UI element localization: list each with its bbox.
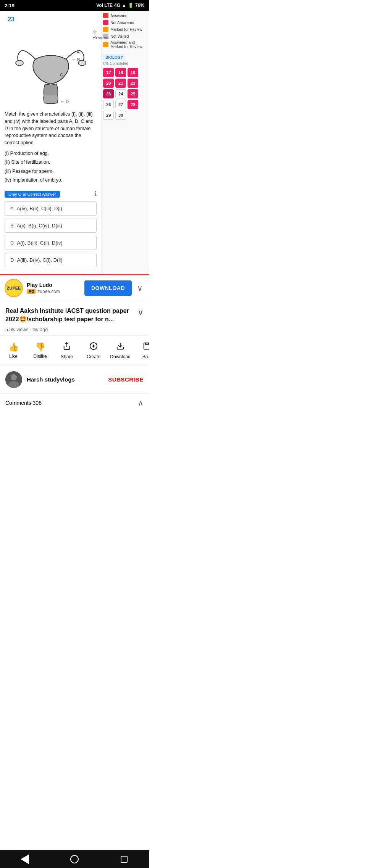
comments-row[interactable]: Comments 308 ∧ xyxy=(0,394,149,412)
ad-title: Play Ludo xyxy=(27,282,81,288)
num-29[interactable]: 29 xyxy=(103,111,114,120)
num-25[interactable]: 25 xyxy=(128,89,138,98)
video-separator: · xyxy=(30,327,32,332)
legend-marked: Marked for Review xyxy=(103,27,147,32)
option-b-text: A(ii), B(i), C(iv), D(iii) xyxy=(17,223,62,229)
legend-not-answered: Not Answered xyxy=(103,20,147,25)
subscribe-button[interactable]: SUBSCRIBE xyxy=(108,376,144,383)
status-legend: Answered Not Answered Marked for Review … xyxy=(103,13,147,49)
video-views: 5.6K views xyxy=(5,327,28,332)
dislike-button[interactable]: 👎 Dislike xyxy=(27,340,53,361)
create-icon xyxy=(89,342,98,353)
option-d[interactable]: D A(iii), B(iv), C(i), D(ii) xyxy=(5,253,97,267)
save-label: Sa... xyxy=(142,354,149,359)
answer-tag: Only One Correct Answer xyxy=(5,191,60,198)
option-a-text: A(iv), B(ii), C(iii), D(i) xyxy=(17,206,62,211)
option-d-label: D xyxy=(10,257,14,263)
like-button[interactable]: 👍 Like xyxy=(0,340,27,361)
status-bar: 2:19 Vol LTE 4G ▲ 🔋 76% xyxy=(0,0,149,11)
legend-not-answered-text: Not Answered xyxy=(110,21,134,25)
legend-answered: Answered xyxy=(103,13,147,18)
signal-icon: 4G xyxy=(114,3,120,8)
options-list: A A(iv), B(ii), C(iii), D(i) B A(ii), B(… xyxy=(5,201,97,267)
anatomy-diagram: ← A ← B ← C ← D xyxy=(5,27,97,107)
svg-point-13 xyxy=(11,374,17,380)
question-text: Match the given characteristics (i), (ii… xyxy=(5,111,97,147)
num-20[interactable]: 20 xyxy=(103,79,114,88)
download-action-button[interactable]: Download xyxy=(107,340,134,362)
number-grid: 17 18 19 20 21 22 23 24 25 26 27 28 29 3… xyxy=(103,68,147,120)
video-title-row: Real Aaksh Institute iACST question pape… xyxy=(5,307,144,324)
signal-bars: ▲ xyxy=(122,3,126,8)
ad-subtitle: Ad zupee.com xyxy=(27,289,81,294)
like-icon: 👍 xyxy=(8,342,19,352)
question-items: (i) Production of egg. (ii) Site of fert… xyxy=(5,150,97,184)
svg-text:← A: ← A xyxy=(72,50,80,54)
num-17[interactable]: 17 xyxy=(103,68,114,77)
share-button[interactable]: Share xyxy=(53,340,80,362)
save-button[interactable]: Sa... xyxy=(134,340,149,362)
right-panel: Answered Not Answered Marked for Review … xyxy=(101,11,149,274)
download-button[interactable]: DOWNLOAD xyxy=(84,280,132,296)
num-23[interactable]: 23 xyxy=(103,89,114,98)
back-button[interactable] xyxy=(16,854,33,865)
svg-text:← B: ← B xyxy=(72,57,80,62)
option-c-label: C xyxy=(10,240,14,246)
option-d-text: A(iii), B(iv), C(i), D(ii) xyxy=(17,257,62,263)
num-28[interactable]: 28 xyxy=(128,100,138,109)
num-26[interactable]: 26 xyxy=(103,100,114,109)
question-item-1: (i) Production of egg. xyxy=(5,150,97,157)
video-info: Real Aaksh Institute iACST question pape… xyxy=(0,301,149,336)
legend-answered-marked-text: Answered and Marked for Review xyxy=(110,40,147,49)
share-label: Share xyxy=(61,354,73,359)
option-b-label: B xyxy=(10,223,14,229)
like-label: Like xyxy=(9,354,18,359)
video-time-ago: 4w ago xyxy=(32,327,48,332)
ad-logo: ZUPEE xyxy=(5,279,23,297)
recents-button[interactable] xyxy=(116,854,132,865)
video-collapse-button[interactable]: ∨ xyxy=(137,308,144,317)
question-item-2: (ii) Site of fertilization. xyxy=(5,159,97,166)
dot-answered xyxy=(103,13,108,18)
video-meta: 5.6K views · 4w ago xyxy=(5,327,144,332)
question-item-3: (iii) Passage for sperm. xyxy=(5,168,97,175)
option-a[interactable]: A A(iv), B(ii), C(iii), D(i) xyxy=(5,201,97,216)
bottom-nav xyxy=(0,850,149,868)
dot-answered-marked xyxy=(103,42,108,47)
num-19[interactable]: 19 xyxy=(128,68,138,77)
legend-answered-text: Answered xyxy=(110,14,127,18)
recents-icon xyxy=(121,856,128,863)
completed-text: 0% Completed xyxy=(103,61,147,66)
ad-tag: Ad xyxy=(27,289,36,294)
legend-not-visited: Not Visited xyxy=(103,34,147,39)
dislike-label: Dislike xyxy=(33,354,47,359)
home-button[interactable] xyxy=(66,854,83,865)
status-icons: Vol LTE 4G ▲ 🔋 76% xyxy=(96,3,144,8)
back-icon xyxy=(21,854,29,864)
num-24[interactable]: 24 xyxy=(115,89,126,98)
num-27[interactable]: 27 xyxy=(115,100,126,109)
num-22[interactable]: 22 xyxy=(128,79,138,88)
comments-chevron-button[interactable]: ∧ xyxy=(138,398,144,407)
num-30[interactable]: 30 xyxy=(115,111,126,120)
option-a-label: A xyxy=(10,206,14,211)
ad-chevron-button[interactable]: ∨ xyxy=(136,283,144,293)
ad-info: Play Ludo Ad zupee.com xyxy=(27,282,81,294)
num-21[interactable]: 21 xyxy=(115,79,126,88)
dislike-icon: 👎 xyxy=(35,342,45,352)
answer-tag-row: Only One Correct Answer ℹ xyxy=(5,186,97,201)
network-icon: Vol LTE xyxy=(96,3,113,8)
ad-banner: ZUPEE Play Ludo Ad zupee.com DOWNLOAD ∨ xyxy=(0,275,149,301)
option-b[interactable]: B A(ii), B(i), C(iv), D(iii) xyxy=(5,219,97,233)
create-button[interactable]: Create xyxy=(80,340,107,362)
section-label: BIOLOGY xyxy=(103,54,125,61)
reproductive-system-svg: ← A ← B ← C ← D xyxy=(13,29,89,105)
num-18[interactable]: 18 xyxy=(115,68,126,77)
option-c-text: A(i), B(iii), C(ii), D(iv) xyxy=(17,240,62,246)
status-time: 2:19 xyxy=(5,3,15,8)
channel-name: Harsh studyvlogs xyxy=(27,376,103,383)
save-icon xyxy=(143,342,149,353)
info-icon[interactable]: ℹ xyxy=(94,190,97,197)
comments-text: Comments xyxy=(5,400,31,406)
option-c[interactable]: C A(i), B(iii), C(ii), D(iv) xyxy=(5,236,97,250)
